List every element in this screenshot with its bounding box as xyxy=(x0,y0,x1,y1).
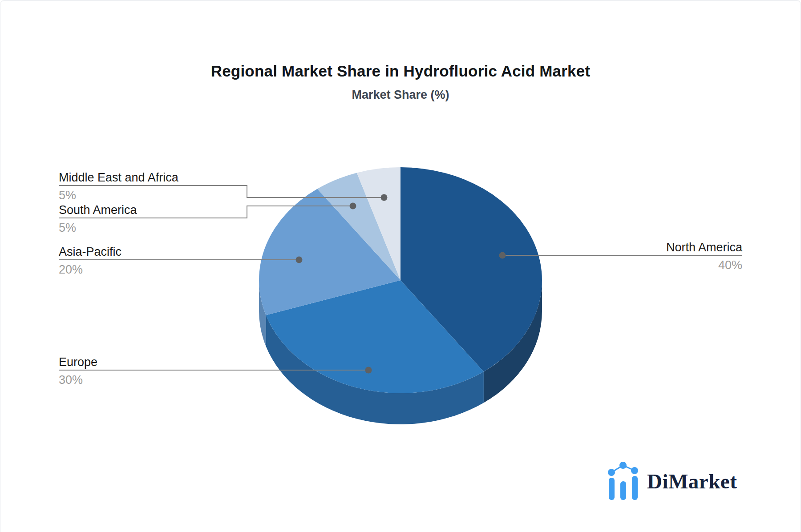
logo-text: DiMarket xyxy=(647,469,737,493)
pie-chart-svg xyxy=(0,0,801,532)
slice-value-asia-pacific: 20% xyxy=(59,262,83,277)
leader-dot-middle-east-and-africa xyxy=(381,194,388,201)
bar-chart-with-dots-icon xyxy=(606,461,641,502)
slice-value-north-america: 40% xyxy=(718,258,742,273)
slice-label-asia-pacific: Asia-Pacific xyxy=(59,245,121,259)
dimarket-logo[interactable]: DiMarket xyxy=(606,461,737,502)
leader-dot-asia-pacific xyxy=(296,257,303,263)
leader-dot-south-america xyxy=(350,203,356,210)
page: { "chart_data": { "type": "pie", "style"… xyxy=(0,0,801,532)
slice-value-europe: 30% xyxy=(59,373,83,387)
leader-dot-europe xyxy=(365,367,372,374)
slice-label-europe: Europe xyxy=(59,355,97,370)
slice-label-north-america: North America xyxy=(666,240,742,255)
slice-value-middle-east-and-africa: 5% xyxy=(59,188,76,203)
leader-dot-north-america xyxy=(499,252,506,259)
slice-value-south-america: 5% xyxy=(59,221,76,235)
slice-label-south-america: South America xyxy=(59,203,137,218)
slice-label-middle-east-and-africa: Middle East and Africa xyxy=(59,170,178,185)
